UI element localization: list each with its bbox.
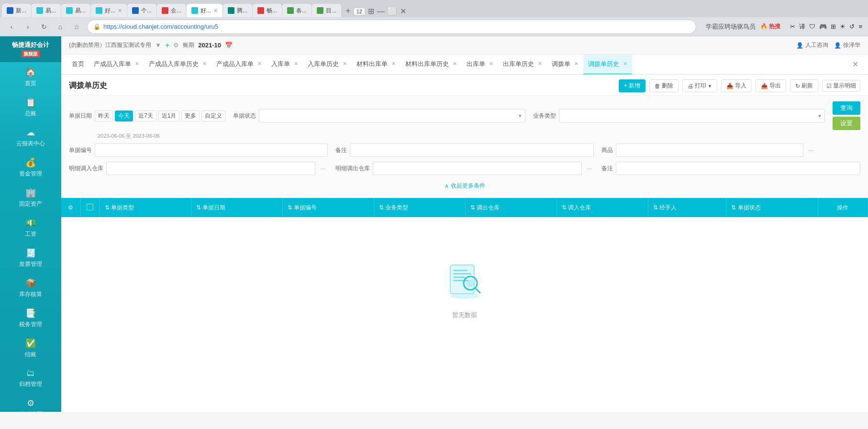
service-button[interactable]: 👤 人工咨询 [796,41,828,49]
back-button[interactable]: ‹ [6,21,17,33]
print-button[interactable]: 🖨 打印 ▼ [682,79,717,92]
nav-tab-3[interactable]: 产成品入库单 ✕ [211,55,267,75]
browser-tab-9[interactable]: 畅... [253,4,282,17]
date-btn-yesterday[interactable]: 昨天 [95,110,113,121]
browser-tab-2[interactable]: 易... [32,4,61,17]
nav-tab-7[interactable]: 材料出库单历史 ✕ [401,55,462,75]
detail-out-input[interactable] [373,162,582,175]
restore-button[interactable]: ⬜ [388,7,397,16]
close-all-tabs-button[interactable]: ✕ [848,60,862,69]
detail-in-more-button[interactable]: ··· [318,165,328,172]
detail-remark-input[interactable] [616,162,860,175]
browser-tab-11[interactable]: 目... [312,4,341,17]
export-button[interactable]: 📤 导出 [756,79,786,92]
refresh-button[interactable]: ↻ 刷新 [790,79,818,92]
sidebar-item-assets[interactable]: 🏢 固定资产 [0,183,61,213]
remark-input[interactable] [350,143,594,157]
nav-tab-7-close[interactable]: ✕ [453,61,457,67]
goods-more-button[interactable]: ··· [806,146,816,154]
nav-tab-8-close[interactable]: ✕ [489,61,493,67]
goods-input[interactable] [616,143,803,157]
date-btn-today[interactable]: 今天 [115,110,133,121]
import-button[interactable]: 📥 导入 [721,79,752,92]
filter-settings-button[interactable]: 设置 [833,117,860,130]
doc-no-input[interactable] [95,143,328,157]
display-cols-button[interactable]: ☑ 显示明细 [822,80,860,92]
forward-button[interactable]: › [22,21,33,33]
minimize-button[interactable]: — [377,7,385,16]
browser-tab-10[interactable]: 各... [282,4,312,17]
sidebar-item-close[interactable]: ✅ 结账 [0,333,61,363]
calendar-icon[interactable]: 📅 [225,42,233,49]
sidebar-item-home[interactable]: 🏠 首页 [0,62,61,92]
th-doc-no[interactable]: ⇅ 单据编号 [282,198,374,217]
nav-tab-4[interactable]: 入库单 ✕ [267,55,303,75]
date-btn-more[interactable]: 更多 [181,110,200,121]
nav-tab-2-close[interactable]: ✕ [202,61,207,67]
sidebar-item-ledger[interactable]: 📋 总账 [0,92,61,122]
new-button[interactable]: + 新增 [619,79,645,92]
browser-tab-3[interactable]: 易... [61,4,90,17]
tab-close-4[interactable]: ✕ [118,8,122,14]
th-doc-type[interactable]: ⇅ 单据类型 [100,198,191,217]
nav-tab-6-close[interactable]: ✕ [391,61,396,67]
sidebar-item-archive[interactable]: 🗂 归档管理 [0,363,61,393]
nav-tab-10[interactable]: 调拨单 ✕ [547,55,583,75]
th-gear[interactable]: ⚙ [61,198,80,217]
home-button[interactable]: ⌂ [55,21,66,33]
sidebar-item-salary[interactable]: 💵 工资 [0,213,61,243]
sidebar-item-funds[interactable]: 💰 资金管理 [0,153,61,183]
th-status[interactable]: ⇅ 单据状态 [726,198,818,217]
th-in-warehouse[interactable]: ⇅ 调入仓库 [557,198,648,217]
th-operator[interactable]: ⇅ 经手人 [648,198,726,217]
browser-tab-4[interactable]: 好... ✕ [91,4,127,17]
detail-out-more-button[interactable]: ··· [585,165,594,172]
nav-tab-11-close[interactable]: ✕ [623,61,627,67]
query-button[interactable]: 查询 [833,101,860,115]
nav-tab-9-close[interactable]: ✕ [538,61,542,67]
th-biz-type[interactable]: ⇅ 业务类型 [374,198,465,217]
nav-tab-1[interactable]: 产成品入库单 ✕ [89,55,144,75]
nav-tab-1-close[interactable]: ✕ [135,61,139,67]
browser-tab-8[interactable]: 腾... [223,4,252,17]
detail-in-input[interactable] [106,162,315,175]
nav-tab-2[interactable]: 产成品入库单历史 ✕ [144,55,211,75]
tab-close-7[interactable]: ✕ [213,8,218,14]
nav-tab-10-close[interactable]: ✕ [574,61,579,67]
select-all-checkbox[interactable] [87,204,93,210]
sidebar-item-reports[interactable]: ☁ 云报表中心 [0,122,61,153]
new-tab-button[interactable]: + [345,6,351,16]
close-window-button[interactable]: ✕ [400,7,406,16]
dropdown-arrow-icon[interactable]: ▼ [155,42,161,49]
refresh-browser-button[interactable]: ↻ [38,21,50,33]
tab-list-button[interactable]: ⊞ [368,7,374,16]
nav-tab-home[interactable]: 首页 [67,55,89,75]
nav-tab-9[interactable]: 出库单历史 ✕ [498,55,547,75]
sidebar-item-tax[interactable]: 📑 税务管理 [0,303,61,333]
th-checkbox[interactable] [80,198,100,217]
add-company-button[interactable]: + [165,41,169,50]
nav-tab-11[interactable]: 调拨单历史 ✕ [583,55,632,75]
sidebar-item-invoice[interactable]: 🧾 发票管理 [0,243,61,273]
th-doc-date[interactable]: ⇅ 单据日期 [191,198,282,217]
collapse-filter-button[interactable]: ∧ 收起更多条件 [69,180,860,192]
user-button[interactable]: 👤 徐泽华 [834,41,860,49]
sidebar-item-inventory[interactable]: 📦 库存核算 [0,273,61,303]
date-btn-custom[interactable]: 自定义 [201,110,225,121]
date-btn-7days[interactable]: 近7天 [135,110,156,121]
browser-tab-1[interactable]: 新... [2,4,31,17]
date-btn-1month[interactable]: 近1月 [158,110,180,121]
nav-tab-5-close[interactable]: ✕ [343,61,347,67]
browser-tab-7[interactable]: 好... ✕ [187,4,223,17]
nav-tab-5[interactable]: 入库单历史 ✕ [303,55,352,75]
nav-tab-4-close[interactable]: ✕ [294,61,298,67]
browser-tab-6[interactable]: 企... [157,4,186,17]
gear-small-icon[interactable]: ⚙ [173,42,179,49]
sidebar-item-settings[interactable]: ⚙ 基础设置 [0,393,61,412]
delete-button[interactable]: 🗑 删除 [649,79,679,92]
url-bar[interactable]: 🔒 https://cloud.chanjet.com/accounting/u… [87,20,696,34]
th-out-warehouse[interactable]: ⇅ 调出仓库 [465,198,556,217]
nav-tab-3-close[interactable]: ✕ [257,61,262,67]
biz-type-select[interactable] [559,109,825,122]
nav-tab-8[interactable]: 出库单 ✕ [462,55,498,75]
